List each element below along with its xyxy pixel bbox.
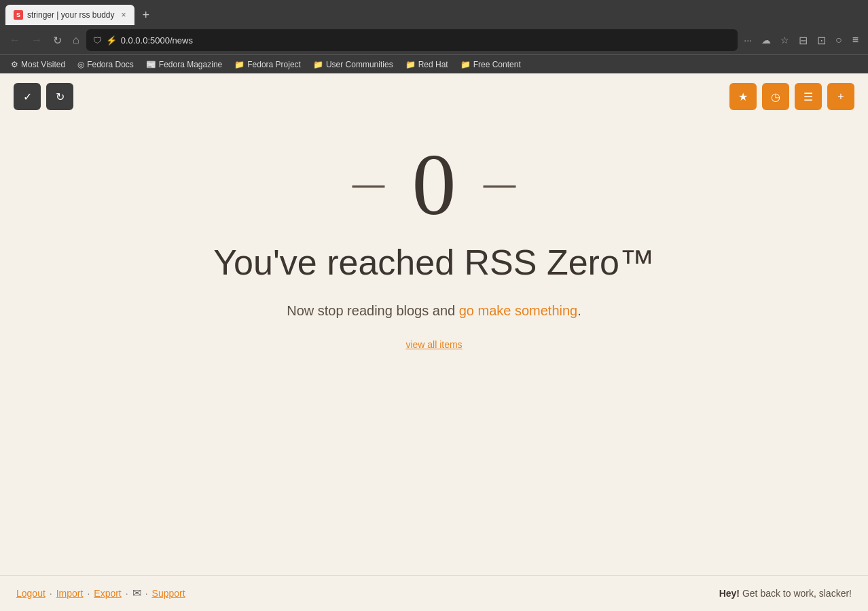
support-link[interactable]: Support	[152, 588, 185, 599]
pocket-button[interactable]: ☁	[758, 33, 774, 48]
bookmark-fedora-docs[interactable]: ◎ Fedora Docs	[72, 58, 139, 71]
address-bar[interactable]: 🛡 ⚡ 0.0.0.0:5000/news	[86, 29, 738, 51]
starred-button[interactable]: ★	[729, 83, 757, 110]
footer-sep-2: ·	[87, 588, 90, 599]
hero-subtitle: Now stop reading blogs and go make somet…	[287, 303, 581, 319]
bookmark-label: Red Hat	[418, 60, 448, 69]
all-items-button[interactable]: ☰	[795, 83, 822, 110]
browser-tab[interactable]: S stringer | your rss buddy ×	[5, 5, 134, 25]
browser-chrome: S stringer | your rss buddy × + ← → ↻ ⌂ …	[0, 0, 868, 73]
tab-title: stringer | your rss buddy	[27, 10, 115, 20]
app-content: ✓ ↻ ★ ◷ ☰ + — 0 — You've reached RSS Zer…	[0, 73, 868, 610]
add-feed-button[interactable]: +	[827, 83, 854, 110]
menu-button[interactable]: ≡	[848, 31, 863, 49]
more-button[interactable]: ···	[740, 33, 755, 48]
counter-right-dash: —	[484, 168, 516, 200]
footer-sep-4: ·	[145, 588, 148, 599]
free-content-icon: 📁	[460, 60, 471, 69]
view-all-items-link[interactable]: view all items	[405, 339, 462, 350]
most-visited-icon: ⚙	[11, 60, 18, 69]
bookmark-label: Free Content	[473, 60, 521, 69]
nav-bar: ← → ↻ ⌂ 🛡 ⚡ 0.0.0.0:5000/news ··· ☁ ☆ ⊟ …	[0, 26, 868, 54]
bookmarks-bar: ⚙ Most Visited ◎ Fedora Docs 📰 Fedora Ma…	[0, 54, 868, 73]
tab-favicon: S	[14, 10, 23, 20]
import-link[interactable]: Import	[56, 588, 84, 599]
url-text: 0.0.0.0:5000/news	[121, 35, 731, 46]
app-footer: Logout · Import · Export · ✉ · Support H…	[0, 575, 868, 610]
bookmark-fedora-magazine[interactable]: 📰 Fedora Magazine	[141, 58, 228, 71]
toolbar-right: ★ ◷ ☰ +	[729, 83, 854, 110]
mark-all-read-button[interactable]: ✓	[14, 83, 41, 110]
bookmark-user-communities[interactable]: 📁 User Communities	[308, 58, 399, 71]
bookmark-label: Fedora Project	[247, 60, 301, 69]
refresh-button[interactable]: ↻	[46, 83, 73, 110]
red-hat-icon: 📁	[405, 60, 416, 69]
new-tab-button[interactable]: +	[139, 7, 154, 24]
footer-message: Hey! Get back to work, slacker!	[719, 588, 852, 599]
fedora-docs-icon: ◎	[77, 60, 84, 69]
user-communities-icon: 📁	[313, 60, 323, 69]
bookmark-star-button[interactable]: ☆	[777, 33, 793, 48]
email-icon[interactable]: ✉	[132, 587, 141, 599]
sidebar-button[interactable]: ⊟	[795, 32, 811, 49]
bookmark-label: Fedora Magazine	[159, 60, 222, 69]
lightning-icon: ⚡	[106, 35, 117, 46]
footer-links: Logout · Import · Export · ✉ · Support	[16, 587, 185, 599]
hero-section: — 0 — You've reached RSS Zero™ Now stop …	[0, 120, 868, 364]
bookmark-label: Fedora Docs	[87, 60, 134, 69]
forward-button[interactable]: →	[27, 31, 46, 49]
bookmark-label: User Communities	[326, 60, 393, 69]
home-button[interactable]: ⌂	[69, 31, 84, 49]
footer-hey-label: Hey!	[719, 588, 740, 599]
bookmark-red-hat[interactable]: 📁 Red Hat	[400, 58, 454, 71]
footer-message-text: Get back to work, slacker!	[740, 588, 852, 599]
subtitle-after-text: .	[577, 303, 581, 318]
bookmark-free-content[interactable]: 📁 Free Content	[455, 58, 526, 71]
counter-zero: 0	[412, 140, 456, 228]
tab-bar: S stringer | your rss buddy × +	[0, 0, 868, 26]
rss-zero-title: You've reached RSS Zero™	[213, 242, 655, 283]
tab-close-button[interactable]: ×	[122, 10, 126, 20]
subtitle-before-text: Now stop reading blogs and	[287, 303, 459, 318]
bookmark-label: Most Visited	[21, 60, 65, 69]
nav-actions: ··· ☁ ☆	[740, 33, 793, 48]
fedora-project-icon: 📁	[234, 60, 245, 69]
bookmark-fedora-project[interactable]: 📁 Fedora Project	[229, 58, 306, 71]
security-icon: 🛡	[93, 35, 102, 46]
rss-zero-counter: — 0 —	[352, 140, 516, 228]
toolbar-left: ✓ ↻	[14, 83, 73, 110]
export-link[interactable]: Export	[94, 588, 121, 599]
logout-link[interactable]: Logout	[16, 588, 46, 599]
bookmark-most-visited[interactable]: ⚙ Most Visited	[5, 58, 71, 71]
counter-left-dash: —	[352, 168, 385, 200]
profile-button[interactable]: ○	[832, 32, 846, 48]
app-toolbar: ✓ ↻ ★ ◷ ☰ +	[0, 73, 868, 120]
footer-sep-1: ·	[50, 588, 52, 599]
split-view-button[interactable]: ⊡	[814, 32, 829, 49]
footer-sep-3: ·	[126, 588, 128, 599]
reload-button[interactable]: ↻	[49, 31, 66, 50]
fedora-magazine-icon: 📰	[146, 60, 156, 69]
back-button[interactable]: ←	[5, 31, 24, 49]
read-later-button[interactable]: ◷	[762, 83, 789, 110]
go-make-something-link[interactable]: go make something	[459, 303, 578, 318]
